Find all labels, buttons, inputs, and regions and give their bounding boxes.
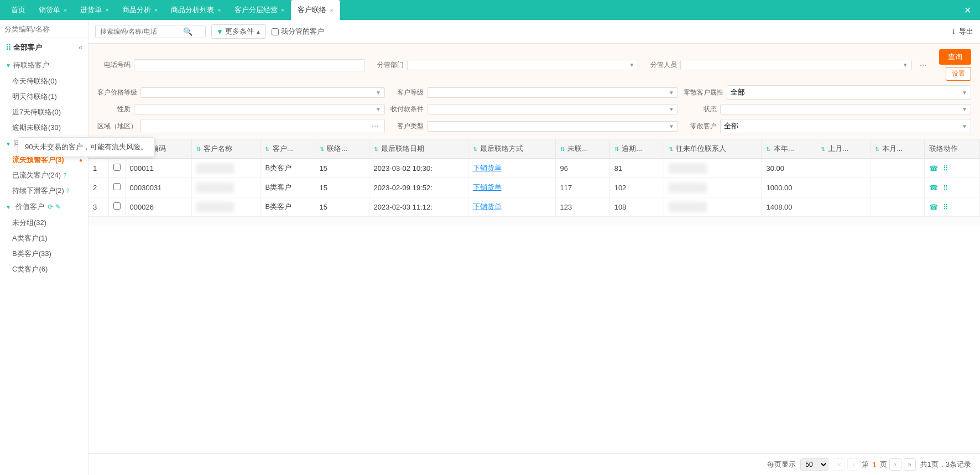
col-unlisted[interactable]: ⇅ 未联... xyxy=(555,139,609,159)
col-company-contact[interactable]: ⇅ 往来单位联系人 xyxy=(664,139,762,159)
window-close-button[interactable]: ✕ xyxy=(959,2,976,18)
tab-product-analysis[interactable]: 商品分析 × xyxy=(116,0,164,20)
staff-select[interactable]: ▼ xyxy=(680,60,911,70)
dept-select[interactable]: ▼ xyxy=(407,60,638,70)
tab-home[interactable]: 首页 xyxy=(4,0,32,20)
close-purchase-tab[interactable]: × xyxy=(105,7,108,13)
value-refresh-icon[interactable]: ⟳ xyxy=(48,203,53,211)
region-more-btn[interactable]: ··· xyxy=(369,121,381,131)
close-product-analysis-tab[interactable]: × xyxy=(154,7,158,13)
query-button[interactable]: 查询 xyxy=(939,49,971,65)
sidebar-item-class-c[interactable]: C类客户(6) xyxy=(0,262,88,277)
cell-name-0 xyxy=(191,159,260,178)
col-overdue[interactable]: ⇅ 逾期... xyxy=(609,139,664,159)
sidebar-item-today[interactable]: 今天待联络(0) xyxy=(0,74,88,89)
main-search-input[interactable] xyxy=(100,28,183,35)
tab-purchase[interactable]: 进货单 × xyxy=(74,0,115,20)
first-page-btn[interactable]: « xyxy=(833,458,845,471)
col-last-month-label: 上月... xyxy=(828,144,848,153)
tab-product-analysis-list[interactable]: 商品分析列表 × xyxy=(164,0,227,20)
close-customer-tier-tab[interactable]: × xyxy=(281,7,284,13)
export-btn[interactable]: ⤓ 导出 xyxy=(951,27,973,36)
main-search-icon[interactable]: 🔍 xyxy=(183,27,192,36)
price-level-label: 客户价格等级 xyxy=(97,88,137,97)
action-contact-icon-0[interactable]: ☎ xyxy=(929,164,938,173)
row-checkbox-2[interactable] xyxy=(113,202,121,210)
sidebar-search-input[interactable] xyxy=(4,25,88,33)
staff-more-btn[interactable]: ··· xyxy=(918,60,929,70)
col-type[interactable]: ⇅ 客户... xyxy=(260,139,315,159)
close-sales-tab[interactable]: × xyxy=(64,7,67,13)
phone-field: 电话号码 xyxy=(97,59,365,71)
action-more-icon-2[interactable]: ⠿ xyxy=(943,203,948,211)
zero-attr-select[interactable]: 全部 ▼ xyxy=(727,85,971,100)
nature-select[interactable]: ▼ xyxy=(134,104,385,114)
tab-customer-tier[interactable]: 客户分层经营 × xyxy=(228,0,291,20)
col-contact[interactable]: ⇅ 联络... xyxy=(315,139,369,159)
col-last-contact-way[interactable]: ⇅ 最后联络方式 xyxy=(468,139,555,159)
tab-customer-contact[interactable]: 客户联络 × xyxy=(291,0,340,20)
sidebar-item-ungrouped[interactable]: 未分组(32) xyxy=(0,215,88,231)
cell-overdue-1: 102 xyxy=(609,178,664,197)
row-checkbox-0[interactable] xyxy=(113,164,121,171)
action-contact-icon-1[interactable]: ☎ xyxy=(929,184,938,192)
phone-input[interactable] xyxy=(134,59,365,71)
collapse-icon[interactable]: « xyxy=(79,44,82,51)
col-last-month[interactable]: ⇅ 上月... xyxy=(816,139,870,159)
region-select[interactable]: ··· xyxy=(140,119,385,133)
next-page-btn[interactable]: › xyxy=(889,458,901,471)
col-this-year[interactable]: ⇅ 本年... xyxy=(762,139,816,159)
col-last-contact-date[interactable]: ⇅ 最后联络日期 xyxy=(369,139,468,159)
sidebar-item-class-a[interactable]: A类客户(1) xyxy=(0,231,88,246)
row-checkbox-1[interactable] xyxy=(113,183,121,190)
sidebar-item-class-b[interactable]: B类客户(33) xyxy=(0,246,88,262)
close-customer-contact-tab[interactable]: × xyxy=(330,7,333,13)
close-product-analysis-list-tab[interactable]: × xyxy=(217,7,221,13)
contact-way-link-0[interactable]: 下销货单 xyxy=(473,164,502,172)
class-a-label: A类客户(1) xyxy=(12,234,48,242)
lost-label: 已流失客户(24) xyxy=(12,170,61,180)
sidebar-item-declining[interactable]: 持续下滑客户(2) ? xyxy=(0,183,88,199)
declining-help-icon[interactable]: ? xyxy=(66,188,70,194)
cust-level-select[interactable]: ▼ xyxy=(427,87,678,98)
action-more-icon-1[interactable]: ⠿ xyxy=(943,184,948,192)
action-contact-icon-2[interactable]: ☎ xyxy=(929,203,938,211)
cell-lm-0 xyxy=(816,159,870,178)
col-last-contact-way-label: 最后联络方式 xyxy=(480,144,523,153)
action-more-icon-0[interactable]: ⠿ xyxy=(943,164,948,173)
contact-way-link-1[interactable]: 下销货单 xyxy=(473,183,502,191)
lost-help-icon[interactable]: ? xyxy=(63,173,66,179)
prev-page-btn[interactable]: ‹ xyxy=(847,458,859,471)
search-input-wrap: 🔍 xyxy=(95,25,206,38)
more-conditions-btn[interactable]: ▼ 更多条件 ▲ xyxy=(211,24,266,39)
my-customers-checkbox[interactable] xyxy=(272,28,279,35)
sidebar-group-pending[interactable]: ▼ 待联络客户 xyxy=(0,57,88,74)
status-select[interactable]: ▼ xyxy=(720,104,971,114)
cell-date-2: 2023-02-03 11:12: xyxy=(369,197,468,217)
tab-sales[interactable]: 销货单 × xyxy=(32,0,74,20)
last-page-btn[interactable]: » xyxy=(904,458,916,471)
sidebar-item-tomorrow[interactable]: 明天待联络(1) xyxy=(0,89,88,105)
col-name[interactable]: ⇅ 客户名称 xyxy=(191,139,260,159)
zero-cust-select[interactable]: 全部 ▼ xyxy=(720,119,971,133)
price-level-select[interactable]: ▼ xyxy=(140,87,385,98)
cust-type-select[interactable]: ▼ xyxy=(427,121,678,132)
col-this-month[interactable]: ⇅ 本月... xyxy=(870,139,924,159)
page-number: 1 xyxy=(871,461,877,469)
table-row: 3 000026 B类客户 15 2023-02-03 11:12: 下销货单 … xyxy=(88,197,980,217)
my-customers-checkbox-label[interactable]: 我分管的客户 xyxy=(272,27,324,36)
sidebar-item-overdue[interactable]: 逾期未联络(30) xyxy=(0,120,88,135)
price-level-field: 客户价格等级 ▼ xyxy=(97,87,385,98)
setting-button[interactable]: 设置 xyxy=(946,67,971,81)
sidebar-group-value[interactable]: ▼ 价值客户 ⟳ ✎ xyxy=(0,199,88,215)
table-row: 1 000011 B类客户 15 2023-03-02 10:30: 下销货单 … xyxy=(88,159,980,178)
contact-way-link-2[interactable]: 下销货单 xyxy=(473,202,502,211)
cell-cc-0 xyxy=(664,159,762,178)
value-edit-icon[interactable]: ✎ xyxy=(55,203,61,211)
sidebar-item-lost[interactable]: 已流失客户(24) ? xyxy=(0,168,88,183)
per-page-select[interactable]: 50 20 100 xyxy=(800,458,828,471)
horizontal-scroll-bar[interactable] xyxy=(88,217,980,225)
payment-select[interactable]: ▼ xyxy=(427,104,678,114)
cell-action-1: ☎ ⠿ xyxy=(924,178,979,197)
sidebar-item-7days[interactable]: 近7天待联络(0) xyxy=(0,105,88,120)
